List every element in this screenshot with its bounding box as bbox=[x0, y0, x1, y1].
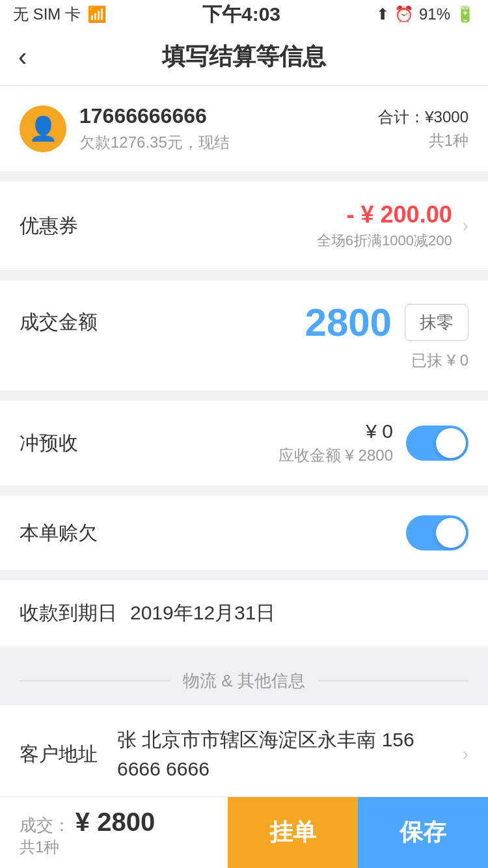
prereceive-section: 冲预收 ¥ 0 应收金额 ¥ 2800 bbox=[0, 401, 488, 485]
customer-card: 👤 17666666666 欠款1276.35元，现结 合计：¥3000 共1种 bbox=[0, 86, 488, 171]
deal-row: 成交金额 2800 抹零 bbox=[20, 300, 468, 345]
round-button[interactable]: 抹零 bbox=[405, 304, 468, 341]
address-label: 客户地址 bbox=[20, 741, 98, 768]
divider-line-left bbox=[20, 681, 170, 681]
coupon-right: - ¥ 200.00 全场6折满1000减200 › bbox=[317, 201, 468, 251]
avatar: 👤 bbox=[20, 105, 66, 152]
bottom-bar: 成交： ¥ 2800 共1种 挂单 保存 bbox=[0, 796, 488, 868]
divider-line-right bbox=[318, 681, 468, 681]
coupon-desc: 全场6折满1000减200 bbox=[317, 231, 452, 251]
arrears-toggle[interactable] bbox=[406, 515, 468, 550]
content: 👤 17666666666 欠款1276.35元，现结 合计：¥3000 共1种… bbox=[0, 86, 488, 868]
prereceive-row: 冲预收 ¥ 0 应收金额 ¥ 2800 bbox=[20, 420, 468, 466]
arrears-label: 本单赊欠 bbox=[20, 520, 98, 547]
customer-phone: 17666666666 bbox=[79, 104, 230, 128]
deal-amount: 2800 bbox=[305, 300, 392, 345]
bottom-summary: 成交： ¥ 2800 共1种 bbox=[0, 807, 228, 858]
prereceive-amount: ¥ 0 应收金额 ¥ 2800 bbox=[278, 420, 393, 466]
prereceive-sub: 应收金额 ¥ 2800 bbox=[278, 445, 393, 466]
coupon-section: 优惠券 - ¥ 200.00 全场6折满1000减200 › bbox=[0, 182, 488, 270]
status-time: 下午4:03 bbox=[202, 1, 280, 28]
address-chevron-icon: › bbox=[463, 744, 468, 765]
bottom-deal-count: 共1种 bbox=[20, 837, 208, 858]
status-left: 无 SIM 卡 📶 bbox=[13, 4, 107, 25]
avatar-icon: 👤 bbox=[29, 115, 58, 142]
bottom-deal-row: 成交： ¥ 2800 bbox=[20, 807, 208, 837]
divider-text: 物流 & 其他信息 bbox=[170, 670, 318, 692]
coupon-label: 优惠券 bbox=[20, 213, 78, 239]
location-icon: ⬆ bbox=[376, 5, 389, 23]
battery-label: 91% bbox=[419, 5, 450, 23]
no-sim-label: 无 SIM 卡 bbox=[13, 4, 81, 25]
duedate-section: 收款到期日 2019年12月31日 bbox=[0, 580, 488, 646]
status-bar: 无 SIM 卡 📶 下午4:03 ⬆ ⏰ 91% 🔋 bbox=[0, 0, 488, 29]
battery-icon: 🔋 bbox=[455, 5, 475, 23]
nav-bar: ‹ 填写结算等信息 bbox=[0, 29, 488, 86]
coupon-row[interactable]: 优惠券 - ¥ 200.00 全场6折满1000减200 › bbox=[0, 182, 488, 270]
prereceive-right: ¥ 0 应收金额 ¥ 2800 bbox=[278, 420, 468, 466]
arrears-section: 本单赊欠 bbox=[0, 496, 488, 570]
deal-label: 成交金额 bbox=[20, 309, 98, 336]
status-right: ⬆ ⏰ 91% 🔋 bbox=[376, 5, 475, 23]
total-label: 合计：¥3000 bbox=[378, 107, 468, 128]
duedate-value: 2019年12月31日 bbox=[130, 600, 275, 627]
deal-right: 2800 抹零 bbox=[305, 300, 468, 345]
customer-left: 👤 17666666666 欠款1276.35元，现结 bbox=[20, 104, 230, 153]
save-button[interactable]: 保存 bbox=[358, 797, 488, 869]
customer-debt: 欠款1276.35元，现结 bbox=[79, 132, 230, 153]
customer-right: 合计：¥3000 共1种 bbox=[378, 107, 468, 151]
logistics-divider: 物流 & 其他信息 bbox=[0, 657, 488, 705]
hang-button[interactable]: 挂单 bbox=[228, 797, 358, 869]
page-title: 填写结算等信息 bbox=[162, 41, 326, 73]
alarm-icon: ⏰ bbox=[394, 5, 414, 23]
deal-sub: 已抹 ¥ 0 bbox=[20, 350, 468, 371]
coupon-info: - ¥ 200.00 全场6折满1000减200 bbox=[317, 201, 452, 251]
total-count: 共1种 bbox=[378, 130, 468, 151]
address-value: 张 北京市市辖区海淀区永丰南 156 6666 6666 bbox=[117, 725, 463, 783]
bottom-deal-text: 成交： bbox=[20, 815, 70, 835]
deal-section: 成交金额 2800 抹零 已抹 ¥ 0 bbox=[0, 280, 488, 390]
bottom-deal-price: ¥ 2800 bbox=[75, 807, 155, 836]
coupon-discount: - ¥ 200.00 bbox=[317, 201, 452, 228]
address-section[interactable]: 客户地址 张 北京市市辖区海淀区永丰南 156 6666 6666 › bbox=[0, 705, 488, 803]
customer-info: 17666666666 欠款1276.35元，现结 bbox=[79, 104, 230, 153]
wifi-icon: 📶 bbox=[87, 5, 107, 23]
back-button[interactable]: ‹ bbox=[18, 42, 27, 72]
duedate-label: 收款到期日 bbox=[20, 600, 117, 627]
prereceive-toggle[interactable] bbox=[406, 426, 468, 461]
prereceive-label: 冲预收 bbox=[20, 430, 78, 457]
prereceive-amount-value: ¥ 0 bbox=[278, 420, 393, 442]
chevron-right-icon: › bbox=[463, 215, 468, 236]
